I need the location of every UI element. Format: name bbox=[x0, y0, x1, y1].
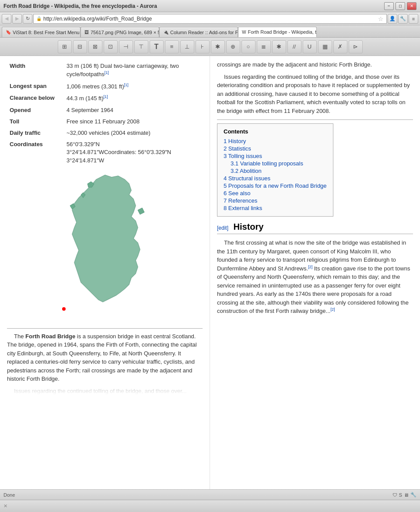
toolbar-btn-6[interactable]: ⊤ bbox=[134, 40, 148, 53]
value-width: 33 m (106 ft) Dual two-lane carriageway,… bbox=[64, 60, 203, 81]
toolbar-btn-1[interactable]: ⊞ bbox=[58, 40, 72, 53]
article-para-2: Issues regarding the continued tolling o… bbox=[7, 387, 203, 396]
contents-list: 1 History 2 Statistics 3 Tolling issues … bbox=[224, 137, 327, 212]
toolbar-btn-2[interactable]: ⊟ bbox=[73, 40, 87, 53]
window-title: Forth Road Bridge - Wikipedia, the free … bbox=[4, 3, 157, 9]
contents-item-variable[interactable]: 3.1 Variable tolling proposals bbox=[224, 160, 327, 167]
toolbar-btn-19[interactable]: ✗ bbox=[333, 40, 347, 53]
status-icon-3: 🖥 bbox=[404, 492, 409, 498]
tab-vistart-icon: 🔖 bbox=[6, 30, 11, 35]
toolbar-btn-4[interactable]: ⊡ bbox=[104, 40, 118, 53]
contents-item-seealso[interactable]: 6 See also bbox=[224, 189, 327, 197]
window-controls: − □ ✕ bbox=[384, 2, 416, 10]
value-longest-span: 1,006 metres (3,301 ft)[1] bbox=[64, 81, 203, 93]
contents-item-history[interactable]: 1 History bbox=[224, 137, 327, 145]
extensions-button[interactable]: 🔧 bbox=[398, 14, 408, 24]
history-text: The first crossing at what is now the si… bbox=[217, 238, 413, 316]
address-bar[interactable]: 🔒 http://en.wikipedia.org/wiki/Forth_Roa… bbox=[33, 14, 387, 24]
contents-item-structural[interactable]: 4 Structural issues bbox=[224, 175, 327, 182]
toolbar-btn-11[interactable]: ✱ bbox=[211, 40, 225, 53]
contents-item-abolition[interactable]: 3.2 Abolition bbox=[224, 167, 327, 175]
toolbar: ⊞ ⊟ ⊠ ⊡ ⊣ ⊤ T ≡ ⊥ ⊦ ✱ ⊕ ○ ≣ ✱ // U ▦ ✗ ⊳ bbox=[0, 38, 420, 56]
history-para-1: The first crossing at what is now the si… bbox=[217, 238, 413, 316]
right-para-1: Issues regarding the continued tolling o… bbox=[217, 73, 413, 116]
value-coordinates: 56°0′3.329″N 3°24′14.871″WCoordinates: 5… bbox=[64, 139, 203, 166]
table-row-clearance: Clearance below 44.3 m (145 ft)[1] bbox=[7, 92, 203, 105]
navigation-bar: ◀ ▶ ↻ 🔒 http://en.wikipedia.org/wiki/For… bbox=[0, 12, 420, 25]
divider bbox=[7, 328, 203, 329]
right-panel: crossings are made by the adjacent and h… bbox=[210, 56, 420, 489]
value-clearance: 44.3 m (145 ft)[1] bbox=[64, 92, 203, 105]
toolbar-btn-16[interactable]: // bbox=[287, 40, 301, 53]
toolbar-btn-12[interactable]: ⊕ bbox=[226, 40, 240, 53]
label-traffic: Daily traffic bbox=[7, 127, 64, 139]
toolbar-btn-20[interactable]: ⊳ bbox=[349, 40, 363, 53]
right-intro-text: crossings are made by the adjacent and h… bbox=[217, 60, 413, 69]
info-table: Width 33 m (106 ft) Dual two-lane carria… bbox=[7, 60, 203, 166]
value-toll: Free since 11 February 2008 bbox=[64, 116, 203, 127]
value-traffic: ~32,000 vehicles (2004 estimate) bbox=[64, 127, 203, 139]
bottom-bar: ✕ bbox=[0, 500, 420, 512]
status-bar: Done 🛡 S 🖥 🔧 bbox=[0, 489, 420, 500]
bottom-x: ✕ bbox=[4, 503, 7, 509]
maximize-button[interactable]: □ bbox=[396, 2, 405, 10]
left-panel: Width 33 m (106 ft) Dual two-lane carria… bbox=[0, 56, 210, 489]
tab-image-label: 75617.png (PNG Image, 689 × 525 pi... bbox=[91, 30, 159, 35]
toolbar-btn-7[interactable]: T bbox=[150, 40, 164, 53]
label-clearance: Clearance below bbox=[7, 92, 64, 105]
forward-button[interactable]: ▶ bbox=[12, 14, 22, 24]
profile-button[interactable]: 👤 bbox=[388, 14, 397, 24]
toolbar-btn-5[interactable]: ⊣ bbox=[119, 40, 133, 53]
label-longest-span: Longest span bbox=[7, 81, 64, 93]
table-row-width: Width 33 m (106 ft) Dual two-lane carria… bbox=[7, 60, 203, 81]
close-button[interactable]: ✕ bbox=[407, 2, 416, 10]
status-icon-1: 🛡 bbox=[392, 492, 397, 498]
tab-column-reader-icon: 🔌 bbox=[163, 30, 168, 35]
toolbar-btn-14[interactable]: ≣ bbox=[257, 40, 271, 53]
tab-wikipedia-label: Forth Road Bridge - Wikipedia, the fr... bbox=[248, 29, 317, 35]
contents-item-references[interactable]: 7 References bbox=[224, 197, 327, 204]
contents-item-external[interactable]: 8 External links bbox=[224, 204, 327, 212]
contents-item-proposals[interactable]: 5 Proposals for a new Forth Road Bridge bbox=[224, 182, 327, 189]
contents-item-tolling[interactable]: 3 Tolling issues bbox=[224, 152, 327, 160]
toolbar-btn-10[interactable]: ⊦ bbox=[196, 40, 210, 53]
contents-item-statistics[interactable]: 2 Statistics bbox=[224, 145, 327, 152]
back-button[interactable]: ◀ bbox=[2, 14, 11, 24]
history-section-header: [edit] History bbox=[217, 222, 413, 234]
toolbar-btn-9[interactable]: ⊥ bbox=[180, 40, 194, 53]
tab-image[interactable]: 🖼 75617.png (PNG Image, 689 × 525 pi... … bbox=[80, 27, 159, 37]
toolbar-btn-8[interactable]: ≡ bbox=[165, 40, 179, 53]
tab-wikipedia[interactable]: W Forth Road Bridge - Wikipedia, the fr.… bbox=[238, 27, 317, 37]
tab-vistart[interactable]: 🔖 ViStart 8: Best Free Start Menu Altern… bbox=[2, 27, 80, 37]
reload-button[interactable]: ↻ bbox=[23, 14, 32, 24]
toolbar-btn-3[interactable]: ⊠ bbox=[88, 40, 102, 53]
history-edit-link[interactable]: [edit] bbox=[217, 225, 228, 231]
map-container bbox=[44, 171, 166, 324]
history-title: History bbox=[234, 222, 264, 231]
table-row-opened: Opened 4 September 1964 bbox=[7, 105, 203, 116]
tab-column-reader[interactable]: 🔌 Column Reader :: Add-ons for Firefox ✕ bbox=[159, 27, 238, 37]
tab-image-icon: 🖼 bbox=[84, 30, 89, 35]
value-opened: 4 September 1964 bbox=[64, 105, 203, 116]
status-icon-2: S bbox=[399, 492, 402, 498]
title-bar: Forth Road Bridge - Wikipedia, the free … bbox=[0, 0, 420, 12]
article-para-1: The Forth Road Bridge is a suspension br… bbox=[7, 332, 203, 383]
toolbar-btn-17[interactable]: U bbox=[303, 40, 317, 53]
toolbar-btn-13[interactable]: ○ bbox=[242, 40, 256, 53]
status-text: Done bbox=[4, 492, 15, 498]
table-row-traffic: Daily traffic ~32,000 vehicles (2004 est… bbox=[7, 127, 203, 139]
minimize-button[interactable]: − bbox=[384, 2, 394, 10]
browser-content: Width 33 m (106 ft) Dual two-lane carria… bbox=[0, 56, 420, 489]
tabs-bar: 🔖 ViStart 8: Best Free Start Menu Altern… bbox=[0, 25, 420, 38]
url-text: http://en.wikipedia.org/wiki/Forth_Road_… bbox=[43, 16, 376, 22]
tab-vistart-label: ViStart 8: Best Free Start Menu Altern..… bbox=[13, 30, 80, 35]
contents-title: Contents bbox=[224, 128, 327, 135]
toolbar-btn-15[interactable]: ✱ bbox=[272, 40, 286, 53]
label-toll: Toll bbox=[7, 116, 64, 127]
contents-box: Contents 1 History 2 Statistics 3 Tollin… bbox=[217, 123, 333, 217]
toolbar-btn-18[interactable]: ▦ bbox=[318, 40, 332, 53]
article-intro: The Forth Road Bridge is a suspension br… bbox=[7, 332, 203, 396]
label-opened: Opened bbox=[7, 105, 64, 116]
bookmark-star[interactable]: ☆ bbox=[378, 15, 384, 22]
menu-button[interactable]: ≡ bbox=[409, 14, 418, 24]
